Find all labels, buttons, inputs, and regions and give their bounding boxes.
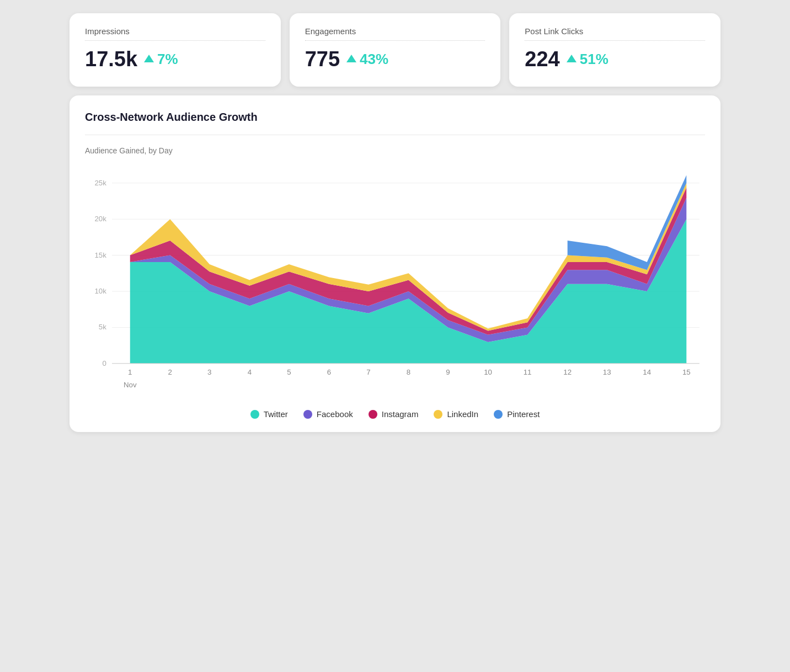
svg-text:13: 13 <box>603 368 611 376</box>
legend-dot-twitter <box>250 410 259 419</box>
svg-text:7: 7 <box>366 368 370 376</box>
legend-item-instagram: Instagram <box>369 409 419 419</box>
legend-label-instagram: Instagram <box>382 409 419 419</box>
post-link-clicks-change: 51% <box>567 51 608 68</box>
engagements-arrow-icon <box>346 55 356 62</box>
impressions-value: 17.5k <box>85 47 137 71</box>
svg-text:11: 11 <box>524 368 532 376</box>
svg-text:5: 5 <box>287 368 291 376</box>
post-link-clicks-value: 224 <box>525 47 559 71</box>
post-link-clicks-card: Post Link Clicks 224 51% <box>509 13 720 87</box>
post-link-clicks-label: Post Link Clicks <box>525 26 705 41</box>
svg-text:4: 4 <box>248 368 252 376</box>
svg-text:10k: 10k <box>94 287 106 295</box>
chart-svg: 25k 20k 15k 10k 5k 0 <box>85 162 705 398</box>
impressions-label: Impressions <box>85 26 265 41</box>
legend-label-pinterest: Pinterest <box>507 409 540 419</box>
legend-item-pinterest: Pinterest <box>494 409 540 419</box>
engagements-change: 43% <box>346 51 388 68</box>
svg-text:9: 9 <box>446 368 450 376</box>
svg-text:3: 3 <box>207 368 211 376</box>
post-link-clicks-arrow-icon <box>567 55 577 62</box>
chart-area: 25k 20k 15k 10k 5k 0 <box>85 162 705 401</box>
svg-text:Nov: Nov <box>124 381 137 389</box>
chart-subtitle: Audience Gained, by Day <box>85 146 705 155</box>
legend-dot-instagram <box>369 410 377 419</box>
impressions-change: 7% <box>144 51 178 68</box>
svg-text:6: 6 <box>327 368 331 376</box>
svg-text:12: 12 <box>563 368 572 376</box>
legend-item-linkedin: LinkedIn <box>434 409 478 419</box>
engagements-label: Engagements <box>305 26 485 41</box>
chart-divider <box>85 135 705 135</box>
svg-text:8: 8 <box>407 368 410 376</box>
post-link-clicks-value-row: 224 51% <box>525 47 705 71</box>
svg-text:2: 2 <box>168 368 172 376</box>
svg-text:15k: 15k <box>94 251 106 259</box>
legend-item-facebook: Facebook <box>303 409 353 419</box>
impressions-card: Impressions 17.5k 7% <box>70 13 281 87</box>
metrics-row: Impressions 17.5k 7% Engagements 775 43%… <box>70 13 720 87</box>
svg-text:5k: 5k <box>99 323 106 331</box>
chart-title: Cross-Network Audience Growth <box>85 111 705 124</box>
legend-label-facebook: Facebook <box>317 409 353 419</box>
engagements-card: Engagements 775 43% <box>290 13 501 87</box>
svg-text:10: 10 <box>484 368 492 376</box>
svg-text:15: 15 <box>682 368 691 376</box>
svg-text:25k: 25k <box>94 179 106 187</box>
legend-dot-pinterest <box>494 410 503 419</box>
legend-label-twitter: Twitter <box>264 409 288 419</box>
engagements-value-row: 775 43% <box>305 47 485 71</box>
legend-dot-facebook <box>303 410 312 419</box>
legend-item-twitter: Twitter <box>250 409 288 419</box>
legend-dot-linkedin <box>434 410 442 419</box>
chart-card: Cross-Network Audience Growth Audience G… <box>70 95 720 432</box>
svg-text:14: 14 <box>643 368 651 376</box>
svg-text:0: 0 <box>102 359 106 367</box>
chart-legend: Twitter Facebook Instagram LinkedIn Pint… <box>85 409 705 419</box>
engagements-value: 775 <box>305 47 340 71</box>
impressions-value-row: 17.5k 7% <box>85 47 265 71</box>
svg-text:1: 1 <box>128 368 132 376</box>
legend-label-linkedin: LinkedIn <box>447 409 478 419</box>
impressions-arrow-icon <box>144 55 154 62</box>
svg-text:20k: 20k <box>94 215 106 223</box>
main-container: Impressions 17.5k 7% Engagements 775 43%… <box>70 13 720 432</box>
